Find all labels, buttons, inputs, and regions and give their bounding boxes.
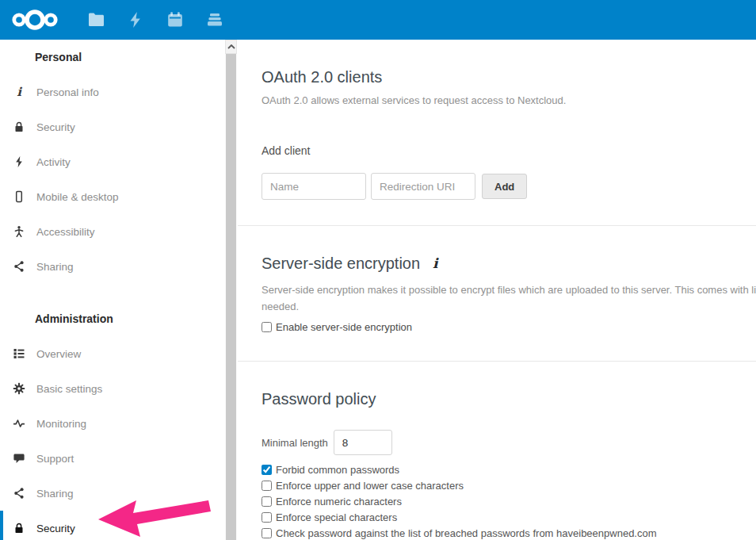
app-files-button[interactable] [76, 0, 116, 40]
minimal-length-row: Minimal length [262, 430, 756, 455]
settings-main-panel: OAuth 2.0 clients OAuth 2.0 allows exter… [238, 40, 756, 540]
app-calendar-button[interactable] [155, 0, 195, 40]
policy-row-forbid-common: Forbid common passwords [262, 461, 756, 477]
checkbox-label: Check password against the list of breac… [276, 527, 657, 539]
app-activity-button[interactable] [116, 0, 155, 40]
encryption-description: Server-side encryption makes it possible… [262, 281, 756, 315]
encryption-description-line2: needed. [262, 298, 756, 315]
sidebar-item-activity[interactable]: Activity [0, 144, 238, 179]
info-icon: i [13, 86, 25, 98]
policy-row-hibp: Check password against the list of breac… [262, 525, 756, 540]
sidebar-scrollbar [225, 40, 237, 540]
oauth-section: OAuth 2.0 clients OAuth 2.0 allows exter… [238, 40, 756, 225]
top-header-bar [0, 0, 756, 40]
chat-icon [13, 452, 25, 465]
phone-icon [13, 190, 25, 203]
sidebar-item-sharing-personal[interactable]: Sharing [0, 249, 238, 284]
add-client-form: Add [262, 173, 756, 200]
info-icon[interactable]: i [433, 253, 437, 274]
encryption-description-line1: Server-side encryption makes it possible… [262, 281, 756, 298]
add-client-button[interactable]: Add [482, 174, 527, 199]
enable-encryption-row: Enable server-side encryption [262, 321, 756, 333]
minimal-length-label: Minimal length [262, 437, 328, 449]
check-breached-passwords-checkbox[interactable] [262, 528, 272, 538]
lightning-icon [126, 10, 145, 29]
accessibility-icon [13, 225, 25, 238]
sidebar-item-support[interactable]: Support [0, 441, 238, 476]
sidebar-item-sharing-admin[interactable]: Sharing [0, 476, 238, 511]
enable-encryption-label: Enable server-side encryption [276, 321, 412, 333]
encryption-section: Server-side encryption i Server-side enc… [238, 226, 756, 361]
sidebar-item-monitoring[interactable]: Monitoring [0, 406, 238, 441]
add-client-label: Add client [262, 144, 756, 157]
sidebar-item-label: Monitoring [36, 418, 86, 430]
app-deck-button[interactable] [195, 0, 235, 40]
checkbox-label: Enforce special characters [276, 511, 397, 523]
sidebar-item-label: Sharing [36, 488, 74, 500]
lock-icon [13, 522, 25, 534]
sidebar-section-personal: Personal [0, 40, 238, 75]
forbid-common-passwords-checkbox[interactable] [262, 465, 272, 475]
list-icon [13, 347, 25, 360]
enable-encryption-checkbox[interactable] [262, 322, 272, 332]
client-name-input[interactable] [262, 173, 366, 200]
sidebar-item-label: Accessibility [36, 226, 95, 238]
nextcloud-logo[interactable] [10, 4, 60, 36]
nextcloud-logo-icon [10, 4, 60, 36]
sidebar-section-administration: Administration [0, 301, 238, 336]
sidebar-item-personal-info[interactable]: i Personal info [0, 75, 238, 109]
scroll-up-button[interactable] [225, 40, 237, 54]
sidebar-item-label: Support [36, 453, 74, 465]
policy-row-upper-lower: Enforce upper and lower case characters [262, 477, 756, 493]
oauth-description: OAuth 2.0 allows external services to re… [262, 94, 756, 108]
calendar-icon [166, 10, 185, 29]
sidebar-item-overview[interactable]: Overview [0, 336, 238, 371]
lock-icon [13, 121, 25, 133]
password-policy-title: Password policy [262, 389, 756, 409]
checkbox-label: Forbid common passwords [276, 464, 399, 476]
sidebar-item-label: Activity [36, 156, 71, 168]
share-icon [13, 487, 25, 500]
oauth-title: OAuth 2.0 clients [262, 67, 756, 87]
checkbox-label: Enforce numeric characters [276, 496, 402, 507]
section-title-label: Personal [35, 51, 82, 63]
password-policy-checkboxes: Forbid common passwords Enforce upper an… [262, 461, 756, 540]
enforce-special-checkbox[interactable] [262, 512, 272, 523]
chevron-up-icon [227, 44, 235, 49]
sidebar-item-label: Personal info [36, 86, 99, 98]
redirection-uri-input[interactable] [371, 173, 475, 200]
sidebar-item-mobile-desktop[interactable]: Mobile & desktop [0, 179, 238, 214]
gear-icon [13, 382, 25, 395]
password-policy-section: Password policy Minimal length Forbid co… [238, 362, 756, 540]
lightning-icon [13, 155, 25, 168]
sidebar-item-security-personal[interactable]: Security [0, 109, 238, 144]
sidebar-item-security-admin[interactable]: Security [0, 511, 238, 540]
policy-row-numeric: Enforce numeric characters [262, 493, 756, 509]
app-navigation [76, 0, 235, 40]
share-icon [13, 260, 25, 273]
minimal-length-input[interactable] [334, 430, 392, 455]
policy-row-special: Enforce special characters [262, 509, 756, 525]
enforce-numeric-checkbox[interactable] [262, 496, 272, 507]
deck-icon [205, 10, 224, 29]
encryption-title-label: Server-side encryption [262, 253, 420, 274]
checkbox-label: Enforce upper and lower case characters [276, 480, 464, 492]
section-title-label: Administration [35, 312, 113, 325]
sidebar-item-label: Sharing [36, 261, 74, 273]
enforce-upper-lower-checkbox[interactable] [262, 481, 272, 491]
pulse-icon [13, 417, 25, 430]
settings-sidebar: Personal i Personal info Security Activi… [0, 40, 238, 540]
encryption-title: Server-side encryption i [262, 253, 756, 274]
folder-icon [86, 10, 105, 29]
sidebar-item-accessibility[interactable]: Accessibility [0, 214, 238, 249]
sidebar-item-label: Basic settings [36, 383, 102, 395]
sidebar-item-label: Overview [36, 348, 81, 360]
scrollbar-thumb[interactable] [226, 54, 236, 540]
sidebar-item-basic-settings[interactable]: Basic settings [0, 371, 238, 406]
sidebar-item-label: Mobile & desktop [36, 191, 119, 203]
sidebar-item-label: Security [36, 523, 75, 534]
sidebar-item-label: Security [36, 121, 75, 133]
